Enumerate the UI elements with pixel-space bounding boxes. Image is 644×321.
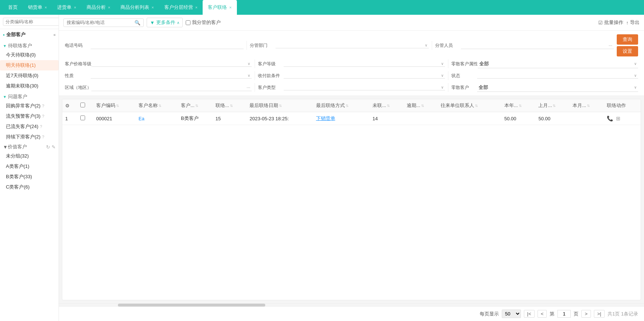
sidebar-item-declining[interactable]: 持续下滑客户(2) ? (0, 132, 59, 142)
cell-this-year: 50.00 (501, 112, 536, 125)
help-icon[interactable]: ? (40, 124, 42, 129)
sidebar-item-c-class[interactable]: C类客户(6) (0, 182, 59, 192)
gear-icon[interactable]: ⚙ (65, 103, 70, 108)
cell-name[interactable]: Ea (136, 112, 178, 125)
nav-item-product-list[interactable]: 商品分析列表 × (115, 0, 159, 15)
export-btn[interactable]: ↑ 导出 (626, 19, 640, 26)
close-icon[interactable]: × (74, 5, 76, 10)
ellipsis-icon[interactable]: ··· (609, 43, 612, 48)
sort-icon[interactable]: ⇅ (346, 104, 349, 108)
sidebar-item-today[interactable]: 今天待联络(0) (0, 50, 59, 60)
sort-icon[interactable]: ⇅ (587, 104, 590, 108)
sidebar-group-problem: ▼ 问题客户 (0, 91, 59, 101)
sort-icon[interactable]: ⇅ (116, 104, 119, 108)
sort-icon[interactable]: ⇅ (421, 104, 424, 108)
page-size-select[interactable]: 50 100 200 (502, 310, 521, 318)
scrollbar-container (59, 303, 644, 306)
filter-cust-level-select[interactable]: ∨ (284, 61, 445, 67)
filter-region-select[interactable]: ··· (91, 84, 252, 91)
first-page-btn[interactable]: |< (524, 310, 535, 318)
sidebar-item-churn-warning[interactable]: 流失预警客户(3) ? (0, 111, 59, 121)
close-icon[interactable]: × (108, 5, 110, 10)
close-icon[interactable]: × (195, 5, 197, 10)
next-page-btn[interactable]: > (581, 310, 591, 318)
table-header-row: ⚙ 客户编码⇅ 客户名称⇅ 客户...⇅ 联络...⇅ 最后联络日期⇅ 最后联络… (62, 99, 641, 112)
batch-operation-btn[interactable]: ☑ 批量操作 (598, 19, 623, 26)
filter-dept-select[interactable]: ∨ (276, 42, 428, 48)
nav-item-purchase[interactable]: 进货单 × (52, 0, 81, 15)
select-all-checkbox[interactable] (80, 103, 85, 107)
sort-icon[interactable]: ⇅ (519, 104, 522, 108)
nav-item-customer-contact[interactable]: 客户联络 × (203, 0, 237, 15)
cell-last-method[interactable]: 下销货单 (313, 112, 370, 125)
nav-item-product-analysis[interactable]: 商品分析 × (81, 0, 115, 15)
query-button[interactable]: 查询 (617, 34, 638, 45)
sort-icon[interactable]: ⇅ (553, 104, 556, 108)
close-icon[interactable]: × (45, 5, 47, 10)
sort-icon[interactable]: ⇅ (387, 104, 390, 108)
refresh-icon[interactable]: ↻ (46, 144, 50, 150)
close-icon[interactable]: × (151, 5, 154, 10)
sidebar-item-a-class[interactable]: A类客户(1) (0, 161, 59, 172)
grid-icon[interactable]: ⊞ (616, 115, 620, 121)
prev-page-btn[interactable]: < (538, 310, 547, 318)
nav-item-sales[interactable]: 销货单 × (23, 0, 52, 15)
sidebar-item-tomorrow[interactable]: 明天待联络(1) (0, 60, 59, 70)
sidebar-search-input[interactable] (3, 18, 59, 26)
help-icon[interactable]: ? (42, 135, 44, 139)
row-checkbox[interactable] (80, 115, 85, 120)
phone-icon[interactable]: 📞 (607, 115, 613, 121)
cell-overdue (404, 112, 438, 125)
sidebar-item-7days[interactable]: 近7天待联络(0) (0, 70, 59, 81)
triangle-icon: ▼ (3, 44, 7, 48)
cell-checkbox (77, 112, 93, 125)
sidebar-item-overdue[interactable]: 逾期未联络(30) (0, 81, 59, 91)
col-company-contact: 往来单位联系人⇅ (438, 99, 501, 112)
total-info: 共1页 1条记录 (608, 311, 638, 317)
my-customers-checkbox[interactable] (186, 20, 190, 25)
divider (255, 71, 255, 80)
ellipsis-icon[interactable]: ··· (246, 85, 250, 90)
sidebar-item-all-customers[interactable]: ▪ 全部客户 « (0, 29, 59, 40)
sort-icon[interactable]: ⇅ (158, 104, 161, 108)
filter-status: 状态 ∨ (451, 73, 638, 79)
filter-scatter-attr-select[interactable]: 全部 ∨ (478, 60, 638, 68)
last-page-btn[interactable]: >| (594, 310, 605, 318)
filter-scatter-cust-select[interactable]: 全部 ∨ (477, 83, 638, 92)
filter-cust-type-select[interactable]: ∨ (284, 84, 445, 90)
sidebar-item-b-class[interactable]: B类客户(33) (0, 172, 59, 182)
sidebar-item-repurchase-abnormal[interactable]: 回购异常客户(2) ? (0, 101, 59, 111)
sidebar-item-ungrouped[interactable]: 未分组(32) (0, 151, 59, 161)
filter-status-select[interactable]: ∨ (477, 73, 638, 79)
chevron-down-icon: ∨ (441, 73, 444, 77)
search-input[interactable] (67, 20, 133, 25)
sort-icon[interactable]: ⇅ (475, 104, 478, 108)
filter-more-btn[interactable]: ▼ 更多条件 ∧ (147, 18, 183, 27)
last-method-link[interactable]: 下销货单 (316, 115, 335, 121)
sort-icon[interactable]: ⇅ (195, 104, 198, 108)
settings-button[interactable]: 设置 (617, 46, 638, 56)
scrollbar-thumb[interactable] (118, 304, 265, 307)
filter-nature-select[interactable]: ∨ (91, 73, 252, 79)
nav-item-customer-tier[interactable]: 客户分层经营 × (159, 0, 203, 15)
filter-region-label: 区域（地区） (65, 84, 91, 91)
filter-price-level-select[interactable]: ∨ (91, 61, 252, 67)
help-icon[interactable]: ? (42, 104, 44, 108)
close-icon[interactable]: × (229, 5, 231, 10)
btn-group: 查询 设置 (617, 34, 638, 56)
page-input[interactable] (557, 310, 571, 318)
top-nav: 首页 销货单 × 进货单 × 商品分析 × 商品分析列表 × 客户分层经营 × … (0, 0, 644, 15)
sort-icon[interactable]: ⇅ (230, 104, 233, 108)
collapse-icon[interactable]: « (53, 32, 56, 37)
search-icon[interactable]: 🔍 (134, 20, 140, 25)
nav-item-home[interactable]: 首页 (3, 0, 23, 15)
sidebar-item-lost-customers[interactable]: 已流失客户(24) ? (0, 121, 59, 132)
sort-icon[interactable]: ⇅ (279, 104, 282, 108)
filter-scatter-attr-label: 零散客户属性 (451, 61, 478, 67)
help-icon[interactable]: ? (42, 114, 44, 118)
data-table: ⚙ 客户编码⇅ 客户名称⇅ 客户...⇅ 联络...⇅ 最后联络日期⇅ 最后联络… (62, 99, 641, 125)
edit-icon[interactable]: ✎ (52, 144, 56, 150)
filter-manager-select[interactable]: ··· (461, 42, 614, 49)
filter-payment-select[interactable]: ∨ (284, 73, 445, 79)
filter-phone-input[interactable] (91, 42, 244, 49)
